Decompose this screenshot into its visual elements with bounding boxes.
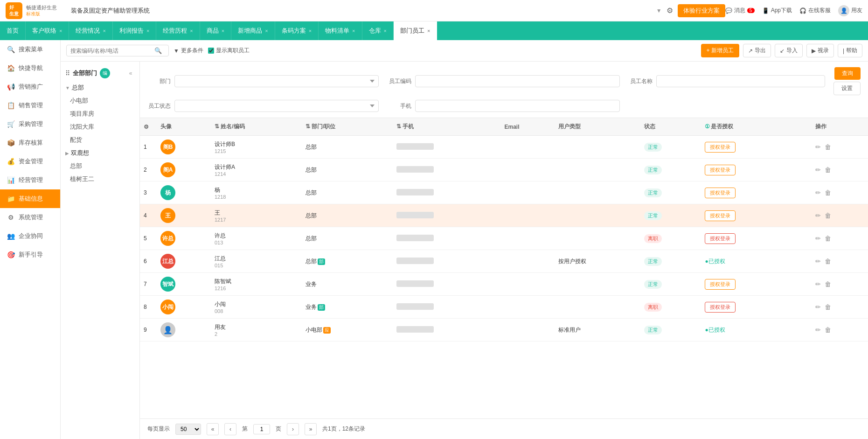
edit-icon[interactable]: ✏ (815, 166, 821, 174)
edit-icon[interactable]: ✏ (815, 143, 821, 151)
next-page-btn[interactable]: › (287, 423, 299, 435)
import-btn[interactable]: ↙ 导入 (775, 44, 803, 57)
per-page-select[interactable]: 50 100 (175, 424, 201, 435)
auth-login-btn[interactable]: 授权登录 (705, 279, 736, 290)
sidebar-item-management[interactable]: 📊 经营管理 (0, 171, 60, 189)
filter-code-input[interactable] (415, 75, 619, 87)
col-name[interactable]: ⇅ 姓名/编码 (211, 118, 302, 136)
close-icon[interactable]: × (427, 28, 430, 34)
tree-item-shenyang[interactable]: 沈阳大库 (61, 120, 139, 133)
sidebar-item-inventory[interactable]: 📦 库存核算 (0, 133, 60, 152)
edit-icon[interactable]: ✏ (815, 212, 821, 219)
export-btn[interactable]: ↗ 导出 (743, 44, 771, 57)
col-dept[interactable]: ⇅ 部门/职位 (302, 118, 393, 136)
delete-icon[interactable]: 🗑 (825, 326, 831, 334)
tab-dept-staff[interactable]: 部门员工× (394, 21, 437, 40)
edit-icon[interactable]: ✏ (815, 189, 821, 196)
sidebar-item-quicknav[interactable]: 🏠 快捷导航 (0, 59, 60, 77)
sidebar-item-guide[interactable]: 🎯 新手引导 (0, 245, 60, 264)
auth-login-btn[interactable]: 授权登录 (705, 210, 736, 221)
delete-icon[interactable]: 🗑 (825, 212, 831, 219)
close-icon[interactable]: × (146, 28, 149, 34)
auth-login-btn[interactable]: 授权登录 (705, 165, 736, 175)
delete-icon[interactable]: 🗑 (825, 280, 831, 288)
first-page-btn[interactable]: « (207, 423, 219, 435)
sidebar-item-finance[interactable]: 💰 资金管理 (0, 152, 60, 171)
filter-phone-input[interactable] (415, 100, 619, 112)
experience-btn[interactable]: 体验行业方案 (678, 4, 725, 17)
view-btn[interactable]: ▶ 视录 (806, 44, 834, 57)
message-btn[interactable]: 💬 消息 5 (725, 7, 755, 14)
close-icon[interactable]: × (309, 28, 312, 34)
tab-customers[interactable]: 客户联络× (26, 21, 69, 40)
print-btn[interactable]: | 帮助 (838, 44, 862, 57)
close-icon[interactable]: × (59, 28, 62, 34)
tree-item-peihuo[interactable]: 配货 (61, 133, 139, 146)
filter-name-input[interactable] (656, 75, 825, 87)
search-icon[interactable]: 🔍 (154, 47, 162, 54)
edit-icon[interactable]: ✏ (815, 326, 821, 334)
delete-icon[interactable]: 🗑 (825, 189, 831, 196)
close-icon[interactable]: × (384, 28, 387, 34)
close-icon[interactable]: × (190, 28, 193, 34)
tab-barcode[interactable]: 条码方案× (275, 21, 319, 40)
sidebar-item-basic-info[interactable]: 📁 基础信息 (0, 189, 60, 208)
tree-section-hq[interactable]: ▼ 总部 (61, 81, 139, 94)
edit-icon[interactable]: ✏ (815, 235, 821, 242)
add-employee-btn[interactable]: + 新增员工 (701, 44, 739, 57)
auth-login-btn[interactable]: 授权登录 (705, 233, 736, 244)
user-avatar[interactable]: 👤 用友 (838, 5, 862, 16)
edit-icon[interactable]: ✏ (815, 258, 821, 265)
dropdown-arrow[interactable]: ▼ (656, 7, 662, 14)
sidebar-item-system[interactable]: ⚙ 系统管理 (0, 208, 60, 227)
tab-history[interactable]: 经营历程× (156, 21, 200, 40)
online-service-btn[interactable]: 🎧 在线客服 (799, 7, 831, 14)
tree-item-xiaodian[interactable]: 小电部 (61, 94, 139, 107)
sidebar-item-purchase[interactable]: 🛒 采购管理 (0, 115, 60, 133)
filter-dept-select[interactable] (174, 75, 379, 87)
edit-icon[interactable]: ✏ (815, 280, 821, 288)
edit-icon[interactable]: ✏ (815, 303, 821, 311)
tab-bom[interactable]: 物料清单× (319, 21, 362, 40)
sidebar-item-sales[interactable]: 📋 销售管理 (0, 96, 60, 115)
query-btn[interactable]: 查询 (834, 67, 861, 80)
col-settings[interactable]: ⚙ (140, 118, 157, 136)
close-icon[interactable]: × (103, 28, 105, 34)
delete-icon[interactable]: 🗑 (825, 235, 831, 242)
tree-item-zhishu[interactable]: 植树王二 (61, 173, 139, 186)
auth-login-btn[interactable]: 授权登录 (705, 302, 736, 313)
delete-icon[interactable]: 🗑 (825, 166, 831, 174)
tree-item-project[interactable]: 项目库房 (61, 107, 139, 120)
settings-icon[interactable]: ⚙ (667, 6, 673, 15)
close-icon[interactable]: × (222, 28, 224, 34)
search-input[interactable] (70, 48, 154, 54)
set-btn[interactable]: 设置 (833, 82, 861, 95)
app-download-btn[interactable]: 📱 App下载 (762, 7, 792, 14)
tab-operations[interactable]: 经营情况× (69, 21, 112, 40)
last-page-btn[interactable]: » (305, 423, 317, 435)
tab-warehouse[interactable]: 仓库× (362, 21, 394, 40)
filter-status-select[interactable] (174, 100, 379, 112)
tab-goods[interactable]: 商品× (200, 21, 231, 40)
tab-home[interactable]: 首页 (0, 21, 26, 40)
tree-item-zongbu[interactable]: 总部 (61, 160, 139, 173)
delete-icon[interactable]: 🗑 (825, 143, 831, 151)
more-filter-btn[interactable]: ▼ 更多条件 (174, 47, 203, 55)
prev-page-btn[interactable]: ‹ (224, 423, 236, 435)
sidebar-item-search[interactable]: 🔍 搜索菜单 (0, 40, 60, 59)
auth-login-btn[interactable]: 授权登录 (705, 188, 736, 198)
close-icon[interactable]: × (265, 28, 268, 34)
delete-icon[interactable]: 🗑 (825, 258, 831, 265)
page-input[interactable] (253, 424, 270, 434)
delete-icon[interactable]: 🗑 (825, 303, 831, 311)
sidebar-item-marketing[interactable]: 📢 营销推广 (0, 77, 60, 96)
tab-add-goods[interactable]: 新增商品× (231, 21, 275, 40)
show-resigned-checkbox[interactable] (208, 48, 214, 54)
tree-edit-icon[interactable]: 编 (100, 68, 110, 78)
col-phone[interactable]: ⇅ 手机 (393, 118, 501, 136)
tree-section-shuanglu[interactable]: ▶ 双鹿想 (61, 146, 139, 160)
sidebar-item-collab[interactable]: 👥 企业协同 (0, 227, 60, 245)
tab-profit[interactable]: 利润报告× (113, 21, 156, 40)
close-icon[interactable]: × (352, 28, 355, 34)
auth-login-btn[interactable]: 授权登录 (705, 142, 736, 153)
